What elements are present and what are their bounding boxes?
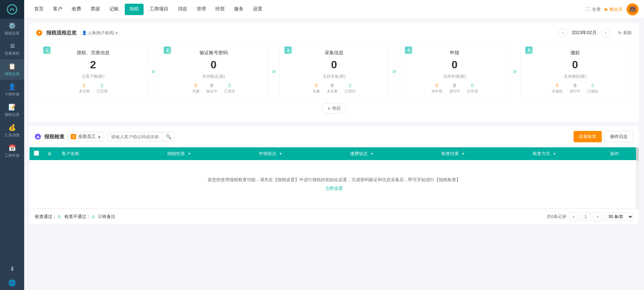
batch-tax-icon: 🖥 [9,43,15,50]
sidebar-item-personal-tax[interactable]: 👤 个税申报 [0,80,24,100]
process-overview-card: + 报税流程总览 👤 上海(电子税局) ∨ ‹ 2023年02月 › ↻ 刷新 [30,23,639,122]
nav-item-invoices[interactable]: 票据 [86,0,105,19]
refresh-button[interactable]: ↻ 刷新 [618,30,632,36]
step-1-title: 授权、完善信息 [45,50,141,56]
tax-overview-icon: 📋 [8,63,16,70]
process-title-icon: + [36,30,42,36]
step-4-count: 0 [407,59,502,71]
svg-point-0 [7,5,17,14]
prev-month-button[interactable]: ‹ [558,28,568,38]
step-arrow-4: » [512,67,518,76]
vip-button[interactable]: ▶ 畅会员 [605,6,623,12]
sidebar-item-globe[interactable]: 🌐 [0,276,24,290]
scroll-track[interactable] [636,147,639,209]
sidebar-item-annual-report[interactable]: 📅 工商年报 [0,141,24,161]
sidebar-item-download[interactable]: ⬇ [0,262,24,276]
tax-nature-filter-icon[interactable]: ▼ [187,152,191,156]
step-1-stats: 2 未完善 0 已完善 [45,83,141,94]
step-3-count: 0 [286,59,382,71]
step-5-title: 缴款 [527,50,623,56]
nav-item-operations[interactable]: 经营 [211,0,229,19]
sidebar-item-batch-tax[interactable]: 🖥 批量报税 [0,39,24,59]
sidebar-item-tax-records[interactable]: 📝 报税记录 [0,100,24,121]
fullscreen-button[interactable]: ⛶ 全屏 [586,6,601,12]
nav-item-messages[interactable]: 消息 [173,0,192,19]
step-5-stats: 0 未缴款 0 进行中 0 已缴款 [527,83,623,94]
step-3-sub: 支持采集(家) [286,74,382,79]
nav-item-settings[interactable]: 设置 [248,0,267,19]
column-settings-icon[interactable]: ⚙ [48,151,52,156]
step-arrow-3: » [391,67,398,76]
prev-page-button[interactable]: ‹ [569,212,578,221]
nav-item-business[interactable]: 工商项目 [145,0,173,19]
check-header-right: 批量检查 操作日志 [574,131,633,142]
sidebar-item-tax-settings[interactable]: ⚙️ 报税设置 [0,19,24,39]
search-input[interactable] [108,133,163,141]
tax-check-card: ◉ 报税检查 员 全部员工 ∨ 🔍 批量检查 操作日志 [30,126,639,224]
main-area: 首页 客户 收费 票据 记账 报税 工商项目 消息 管理 经营 服务 设置 ⛶ … [24,0,644,290]
step-1-count: 2 [45,59,141,71]
table-header: ⚙ 客户名称 纳税性质 ▼ 申报状态 ▼ [30,147,639,160]
nav-item-services[interactable]: 服务 [229,0,248,19]
step-5-num: 5 [525,47,533,54]
empty-state-row: 若您想使用报税检查功能，请先在【报税设置】中进行报税的初始化设置，完成密码验证和… [30,160,639,209]
batch-check-button[interactable]: 批量检查 [574,131,602,142]
nav-item-accounting[interactable]: 记账 [105,0,123,19]
setup-link[interactable]: 立即设置 [325,186,343,192]
next-page-button[interactable]: › [593,212,602,221]
check-result-filter-icon[interactable]: ▼ [462,152,465,156]
current-month: 2023年02月 [572,30,597,36]
fail-count-link[interactable]: 0 [92,214,94,219]
steps-row: 1 授权、完善信息 2 总客户数(家) 2 未完善 0 已完善 [36,43,632,99]
location-person-icon: 👤 [82,30,87,35]
vip-icon: ▶ [605,7,608,12]
collapse-row: ∧ 收起 [36,99,632,117]
employee-filter-dropdown[interactable]: 员 全部员工 ∨ [68,132,104,141]
client-name-header: 客户名称 [56,147,133,160]
step-5-sub: 支持缴款(家) [527,74,623,79]
pass-count-stat: 检查通过： 0 [35,214,60,220]
tax-check-table: ⚙ 客户名称 纳税性质 ▼ 申报状态 ▼ [30,147,639,209]
table-body: 若您想使用报税检查功能，请先在【报税设置】中进行报税的初始化设置，完成密码验证和… [30,160,639,209]
check-header: ◉ 报税检查 员 全部员工 ∨ 🔍 批量检查 操作日志 [30,126,639,147]
step-5: 5 缴款 0 支持缴款(家) 0 未缴款 0 进行中 [520,43,630,99]
globe-icon: 🌐 [8,279,16,287]
step-1-num: 1 [43,47,51,54]
nav-item-fees[interactable]: 收费 [67,0,86,19]
refresh-icon: ↻ [618,30,622,35]
nav-item-management[interactable]: 管理 [192,0,211,19]
step-4-num: 4 [405,47,412,54]
step-2-stat-2: 0 已成功 [224,83,235,94]
check-method-filter-icon[interactable]: ▼ [553,152,556,156]
declaration-filter-icon[interactable]: ▼ [279,152,282,156]
tax-nature-header: 纳税性质 ▼ [133,147,225,160]
pass-count-link[interactable]: 0 [58,214,60,219]
process-title: 报税流程总览 [46,30,76,36]
scroll-thumb[interactable] [636,147,639,161]
step-3-title: 采集信息 [286,50,382,56]
nav-item-home[interactable]: 首页 [30,0,48,19]
user-avatar[interactable]: 🐻 [627,3,639,15]
step-arrow-1: » [150,67,157,76]
step-4-stats: 0 未申报 0 进行中 0 已申报 [407,83,502,94]
per-page-select[interactable]: 30 条/页 50 条/页 100 条/页 [605,213,633,221]
sidebar-item-settlement[interactable]: 💰 汇算清缴 [0,121,24,141]
operation-log-button[interactable]: 操作日志 [604,131,633,142]
note-stat: ☑有备注 [98,214,115,220]
tax-settings-icon: ⚙️ [8,22,16,29]
sidebar-item-tax-overview[interactable]: 📋 报税总览 [0,59,24,80]
nav-item-tax[interactable]: 报税 [125,4,144,15]
step-2-stat-1: 0 验证中 [206,83,217,94]
collapse-button[interactable]: ∧ 收起 [322,103,346,114]
location-selector[interactable]: 👤 上海(电子税局) ∨ [82,30,118,36]
location-chevron-icon: ∨ [115,30,118,35]
sidebar: ⚙️ 报税设置 🖥 批量报税 📋 报税总览 👤 个税申报 📝 报税记录 💰 汇算… [0,0,24,290]
search-button[interactable]: 🔍 [163,132,174,141]
next-month-button[interactable]: › [601,28,610,38]
step-1: 1 授权、完善信息 2 总客户数(家) 2 未完善 0 已完善 [38,43,148,99]
step-5-count: 0 [527,59,623,71]
nav-item-clients[interactable]: 客户 [48,0,67,19]
settings-column-header: ⚙ [43,147,56,160]
select-all-checkbox[interactable] [34,151,39,156]
payment-filter-icon[interactable]: ▼ [370,152,374,156]
